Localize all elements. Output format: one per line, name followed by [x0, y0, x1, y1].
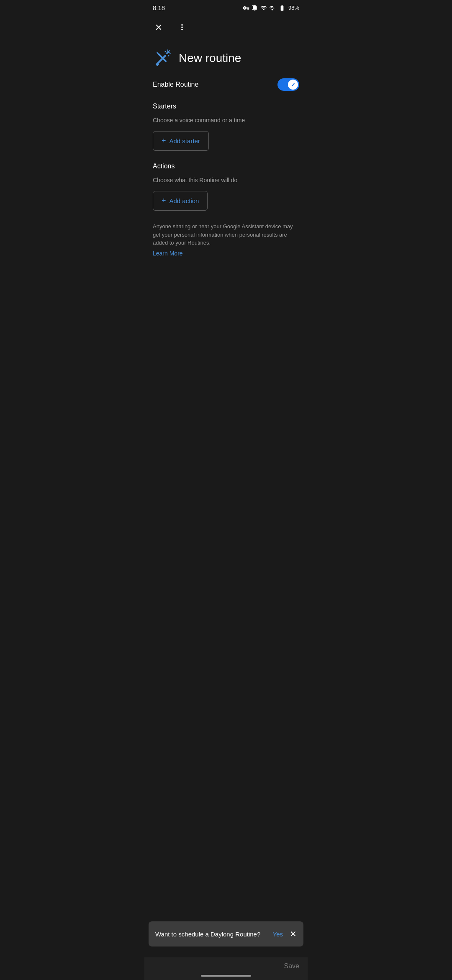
- more-options-button[interactable]: [175, 20, 190, 35]
- routine-icon: [153, 48, 173, 68]
- plus-icon: +: [162, 137, 166, 145]
- actions-helper: Choose what this Routine will do: [153, 177, 299, 183]
- add-starter-label: Add starter: [170, 137, 200, 144]
- top-bar: [144, 15, 308, 40]
- key-icon: [243, 5, 249, 11]
- starters-helper: Choose a voice command or a time: [153, 117, 299, 124]
- status-time: 8:18: [153, 4, 165, 11]
- bell-off-icon: [252, 5, 258, 11]
- battery-percent: 98%: [288, 5, 299, 11]
- signal-icon: [269, 5, 276, 11]
- page-title: New routine: [179, 52, 241, 65]
- svg-rect-0: [157, 53, 167, 62]
- status-bar: 8:18 98%: [144, 0, 308, 15]
- status-icons: 98%: [243, 5, 299, 11]
- wifi-icon: [260, 5, 267, 11]
- add-action-button[interactable]: + Add action: [153, 191, 208, 211]
- battery-icon: [278, 5, 286, 11]
- add-action-label: Add action: [170, 197, 199, 204]
- svg-point-3: [168, 55, 170, 57]
- starters-header: Starters: [153, 103, 299, 110]
- toggle-check-icon: ✓: [291, 82, 295, 88]
- plus-icon-action: +: [162, 196, 166, 205]
- learn-more-link[interactable]: Learn More: [153, 250, 183, 257]
- privacy-text: Anyone sharing or near your Google Assis…: [153, 222, 299, 247]
- privacy-section: Anyone sharing or near your Google Assis…: [153, 222, 299, 257]
- enable-routine-row: Enable Routine ✓: [153, 78, 299, 91]
- add-starter-button[interactable]: + Add starter: [153, 131, 209, 151]
- title-row: New routine: [153, 48, 299, 68]
- main-content: New routine Enable Routine ✓ Starters Ch…: [144, 40, 308, 257]
- enable-routine-label: Enable Routine: [153, 81, 198, 88]
- actions-header: Actions: [153, 162, 299, 170]
- close-button[interactable]: [151, 20, 166, 35]
- enable-routine-toggle[interactable]: ✓: [277, 78, 299, 91]
- toggle-knob: ✓: [288, 80, 298, 90]
- svg-point-4: [165, 51, 166, 52]
